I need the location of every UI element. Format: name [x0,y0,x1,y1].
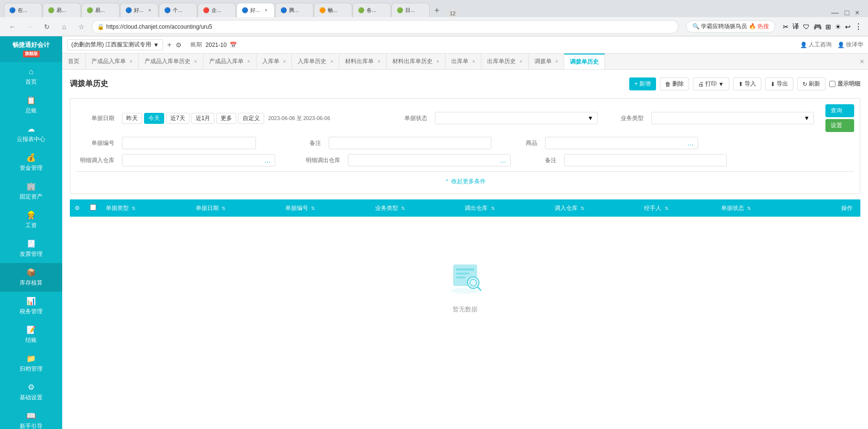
sidebar-item-home[interactable]: ⌂ 首页 [0,62,62,91]
period-value[interactable]: 2021-10 📅 [206,42,237,48]
th-out-warehouse[interactable]: 调出仓库 ⇅ [460,199,550,217]
date-yesterday[interactable]: 昨天 [122,113,142,124]
tab-material-out[interactable]: 材料出库单 × [339,54,387,70]
detail-out-select[interactable]: … [348,154,511,166]
show-cols-checkbox[interactable] [829,81,835,87]
doc-no-input[interactable] [122,137,256,149]
sidebar-item-inventory[interactable]: 📦 库存核算 [0,263,62,292]
add-company-button[interactable]: + [167,41,171,49]
sidebar-item-wage[interactable]: 👷 工资 [0,206,62,234]
delete-button[interactable]: 🗑 删除 [660,77,689,90]
sidebar-item-capital[interactable]: 💰 资金管理 [0,148,62,177]
browser-tab-2[interactable]: 🟢 易... [43,3,81,17]
sidebar-item-settle[interactable]: 📝 结账 [0,320,62,349]
date-7days[interactable]: 近7天 [166,113,189,124]
tab-out-history[interactable]: 出库单历史 × [481,54,529,70]
th-doc-no[interactable]: 单据编号 ⇅ [280,199,370,217]
th-check[interactable] [85,199,101,217]
tab-product-in-history[interactable]: 产成品入库单历史 × [139,54,203,70]
browser-tab-1[interactable]: 🔵 在... [4,3,42,17]
import-button[interactable]: ⬆ 导入 [733,77,761,90]
browser-tab-9[interactable]: 🟠 畅... [314,3,352,17]
translate-icon[interactable]: 译 [792,22,799,31]
detail-in-select[interactable]: … [122,154,275,166]
user-profile-button[interactable]: 👤 徐泽华 [837,41,863,49]
tools-icon[interactable]: ✂ [783,23,789,31]
collapse-filter-button[interactable]: ⌃ 收起更多条件 [76,176,854,187]
th-doc-date[interactable]: 单据日期 ⇅ [191,199,281,217]
sidebar-item-archive[interactable]: 📁 归档管理 [0,349,62,378]
browser-tab-11[interactable]: 🟢 目... [391,3,430,17]
shield-icon[interactable]: 🛡 [803,23,810,31]
browser-tab-7[interactable]: 🔵 好... × [236,3,275,17]
tab-close-in-order[interactable]: × [283,59,286,64]
sidebar-item-ledger[interactable]: 📋 总账 [0,91,62,120]
filter-settings-button[interactable]: 设置 [825,119,854,132]
th-handler[interactable]: 经手人 ⇅ [639,199,716,217]
export-button[interactable]: ⬇ 导出 [765,77,793,90]
url-input[interactable]: 🔒 https://cloud.chanjet.com/accounting/u… [92,20,679,33]
browser-tab-5[interactable]: 🔵 个... [159,3,197,17]
forward-button[interactable]: → [23,20,36,33]
tab-close-transfer[interactable]: × [556,59,558,64]
tab-product-in2[interactable]: 产成品入库单 × [203,54,256,70]
biz-type-select[interactable]: ▼ [651,112,814,124]
query-button[interactable]: 查询 [825,104,854,117]
undo-icon[interactable]: ↩ [845,23,851,31]
search-box[interactable]: 🔍 学霸应聘场驱鸟员 🔥 热搜 [686,21,775,33]
th-biz-type[interactable]: 业务类型 ⇅ [370,199,460,217]
sidebar-item-settings[interactable]: ⚙ 基础设置 [0,378,62,407]
note-input[interactable] [329,137,491,149]
print-button[interactable]: 🖨 打印 ▼ [693,77,729,90]
new-button[interactable]: + 新增 [629,77,656,90]
th-doc-status[interactable]: 单据状态 ⇅ [716,199,806,217]
sidebar-item-invoice[interactable]: 🧾 发票管理 [0,234,62,263]
tab-close-product-in-history[interactable]: × [194,59,197,64]
ai-consult-button[interactable]: 👤 人工咨询 [800,41,832,49]
close-window-button[interactable]: × [855,9,859,17]
back-button[interactable]: ← [6,20,19,33]
date-custom[interactable]: 自定义 [238,113,264,124]
th-doc-type[interactable]: 单据类型 ⇅ [101,199,191,217]
tab-transfer[interactable]: 调拨单 × [529,54,565,70]
goods-select[interactable]: … [545,137,698,149]
status-select[interactable]: ▼ [435,112,598,124]
detail-note-input[interactable] [564,154,727,166]
th-gear[interactable]: ⚙ [70,199,85,217]
show-cols-toggle[interactable]: 显示明细 [829,80,860,88]
sidebar-item-asset[interactable]: 🏢 固定资产 [0,177,62,206]
settings-gear-icon[interactable]: ⚙ [176,41,182,49]
refresh-button[interactable]: ↻ [40,20,54,33]
refresh-button[interactable]: ↻ 刷新 [797,77,825,90]
bookmark-button[interactable]: ☆ [75,20,88,33]
tab-close-product-in[interactable]: × [130,59,133,64]
new-tab-button[interactable]: + [430,4,444,17]
more-icon[interactable]: ⋮ [855,22,862,31]
tab-out-order[interactable]: 出库单 × [445,54,481,70]
browser-tab-3[interactable]: 🟢 易... [81,3,120,17]
browser-tab-6[interactable]: 🔴 企... [198,3,236,17]
home-button[interactable]: ⌂ [57,20,71,33]
tab-in-order[interactable]: 入库单 × [256,54,292,70]
sidebar-item-report[interactable]: ☁ 云报表中心 [0,120,62,148]
tab-close-out-order[interactable]: × [472,59,475,64]
company-selector[interactable]: (勿删勿禁用) 江西服宝测试专用 ▼ [67,39,163,50]
minimize-button[interactable]: — [831,9,839,17]
select-all-checkbox[interactable] [90,204,96,210]
th-in-warehouse[interactable]: 调入仓库 ⇅ [550,199,640,217]
tab-close-material-out-history[interactable]: × [436,59,439,64]
grid-icon[interactable]: ⊞ [825,23,831,31]
tab-product-in[interactable]: 产成品入库单 × [86,54,139,70]
tab-material-out-history[interactable]: 材料出库单历史 × [387,54,445,70]
date-today[interactable]: 今天 [144,113,164,124]
tab-in-history[interactable]: 入库单历史 × [292,54,339,70]
gear-settings-icon[interactable]: ⚙ [75,205,80,211]
tab-close-product-in2[interactable]: × [247,59,250,64]
tab-transfer-history[interactable]: 调拨单历史 [564,54,605,70]
date-more[interactable]: 更多 [216,113,236,124]
tab-close-7[interactable]: × [263,7,269,14]
browser-tab-4[interactable]: 🔵 好... × [120,3,158,17]
sidebar-item-tax[interactable]: 📊 税务管理 [0,292,62,320]
close-all-tabs-button[interactable]: × [860,57,864,66]
sidebar-item-guide[interactable]: 📖 新手引导 [0,407,62,429]
